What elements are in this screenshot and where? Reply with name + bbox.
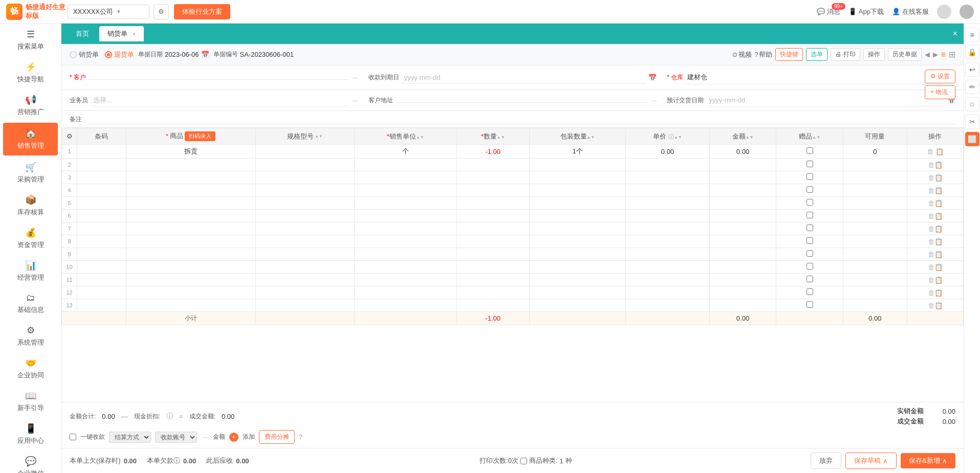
logistics-button[interactable]: + 物流: [925, 85, 955, 99]
sidebar-item-finance[interactable]: 💰 资金管理: [0, 222, 61, 255]
add-payment-btn[interactable]: +: [229, 433, 238, 442]
copy-row-1-icon[interactable]: 📋: [935, 148, 944, 155]
copy-row-icon[interactable]: 📋: [934, 263, 943, 271]
help-link[interactable]: ? 帮助: [755, 50, 773, 59]
video-link[interactable]: ⊙ 视频: [732, 50, 752, 59]
sidebar-item-basics[interactable]: 🗂 基础信息: [0, 287, 61, 320]
sidebar-item-appstore[interactable]: 📱 应用中心: [0, 418, 61, 451]
right-tool-star[interactable]: ☆: [965, 97, 979, 111]
prev-icon[interactable]: ◀: [925, 51, 930, 58]
product-kind-checkbox[interactable]: [520, 458, 527, 464]
close-all-tabs-icon[interactable]: ×: [953, 29, 957, 38]
date-calendar-icon[interactable]: 📅: [201, 51, 209, 58]
trial-button[interactable]: 体验行业方案: [174, 4, 230, 19]
right-tool-lock[interactable]: 🔒: [965, 45, 979, 59]
save-new-button[interactable]: 保存&新增 ∧: [901, 453, 955, 468]
operation-btn[interactable]: 操作: [863, 48, 885, 61]
cell-gift-1[interactable]: [776, 145, 843, 159]
delete-row-icon[interactable]: 🗑: [928, 289, 934, 297]
th-settings[interactable]: ⚙: [62, 128, 77, 145]
abandon-button[interactable]: 放弃: [811, 453, 841, 469]
scan-button[interactable]: 扫码录入: [185, 131, 215, 141]
history-btn[interactable]: 历史单据: [888, 48, 922, 61]
cell-qty-1[interactable]: -1.00: [456, 145, 529, 159]
shortcut-btn[interactable]: 快捷键: [775, 48, 803, 61]
right-tool-edit[interactable]: ✏: [965, 80, 979, 94]
right-tool-list[interactable]: ≡: [965, 28, 979, 42]
salesman-input[interactable]: [90, 94, 349, 106]
avatar[interactable]: [937, 5, 951, 19]
cell-spec-1[interactable]: [255, 145, 354, 159]
delete-row-icon[interactable]: 🗑: [928, 225, 934, 233]
radio-sales-order[interactable]: 销货单: [70, 50, 99, 59]
radio-return-order[interactable]: 退货单: [105, 50, 134, 59]
settings-icon[interactable]: ⚙: [154, 4, 169, 19]
copy-row-icon[interactable]: 📋: [934, 238, 943, 245]
cell-pkg-1[interactable]: 1个: [529, 145, 626, 159]
grid-view-icon[interactable]: ⊞: [949, 50, 955, 59]
sidebar-item-search[interactable]: ☰ 搜索菜单: [0, 24, 61, 56]
copy-row-icon[interactable]: 📋: [934, 174, 943, 182]
sidebar-item-management[interactable]: 📊 经营管理: [0, 255, 61, 287]
warehouse-value[interactable]: 建材仓: [685, 71, 946, 84]
delete-row-icon[interactable]: 🗑: [928, 199, 934, 207]
expense-help-icon[interactable]: ?: [299, 433, 302, 441]
account-dots-icon[interactable]: ···: [203, 433, 209, 441]
save-draft-button[interactable]: 保存草稿 ∧: [845, 453, 897, 469]
company-selector[interactable]: XXXXXX公司 ▼: [68, 5, 149, 19]
cell-product-1[interactable]: 拆贡: [126, 145, 255, 159]
receive-date-input[interactable]: [401, 72, 647, 84]
cell-amount-1[interactable]: 0.00: [709, 145, 776, 159]
print-btn[interactable]: 🖨 打印: [831, 48, 860, 61]
delete-row-icon[interactable]: 🗑: [928, 187, 934, 194]
copy-row-icon[interactable]: 📋: [934, 212, 943, 220]
select-btn[interactable]: 选单: [806, 48, 827, 61]
sidebar-item-system[interactable]: ⚙ 系统管理: [0, 320, 61, 352]
one-click-checkbox[interactable]: [70, 434, 76, 440]
right-tool-return[interactable]: ↩: [965, 62, 979, 77]
sidebar-item-purchase[interactable]: 🛒 采购管理: [0, 156, 61, 189]
next-icon[interactable]: ▶: [933, 51, 938, 58]
sidebar-item-guide[interactable]: 📖 新手引导: [0, 385, 61, 418]
expense-split-btn[interactable]: 费用分摊: [259, 430, 295, 444]
delete-row-icon[interactable]: 🗑: [928, 302, 934, 309]
copy-row-icon[interactable]: 📋: [934, 289, 943, 297]
copy-row-icon[interactable]: 📋: [934, 302, 943, 309]
app-download-btn[interactable]: 📱 App下载: [848, 7, 884, 16]
cell-barcode-1[interactable]: [77, 145, 126, 159]
delete-row-icon[interactable]: 🗑: [928, 238, 934, 245]
copy-row-icon[interactable]: 📋: [934, 225, 943, 233]
copy-row-icon[interactable]: 📋: [934, 276, 943, 284]
customer-input[interactable]: [88, 75, 349, 80]
addr-dots-icon[interactable]: ···: [651, 97, 657, 104]
remark-input[interactable]: [85, 114, 955, 124]
cell-price-1[interactable]: 0.00: [626, 145, 709, 159]
account-select[interactable]: 收款账号: [155, 432, 197, 443]
tab-close-icon[interactable]: ×: [133, 31, 136, 37]
copy-row-icon[interactable]: 📋: [934, 161, 943, 169]
delete-row-icon[interactable]: 🗑: [928, 251, 934, 258]
list-view-icon[interactable]: ≡: [941, 50, 946, 59]
sidebar-item-sales[interactable]: 🏠 销售管理: [3, 123, 58, 155]
tab-sales-order[interactable]: 销货单 ×: [99, 26, 144, 41]
delete-row-1-icon[interactable]: 🗑: [927, 148, 933, 155]
copy-row-icon[interactable]: 📋: [934, 199, 943, 207]
sidebar-item-enterprise[interactable]: 🤝 企业协同: [0, 352, 61, 385]
online-service-btn[interactable]: 👤 在线客服: [892, 7, 929, 16]
cell-unit-1[interactable]: 个: [354, 145, 456, 159]
sidebar-item-quick-nav[interactable]: ⚡ 快捷导航: [0, 56, 61, 89]
settings-button[interactable]: ⚙ ⚙ 设置设置: [925, 70, 955, 83]
sidebar-item-wechat[interactable]: 💬 企业微信: [0, 451, 61, 473]
tab-home[interactable]: 首页: [68, 26, 97, 41]
copy-row-icon[interactable]: 📋: [934, 251, 943, 258]
delete-row-icon[interactable]: 🗑: [928, 212, 934, 220]
method-select[interactable]: 结算方式: [109, 432, 151, 443]
sidebar-item-inventory[interactable]: 📦 库存核算: [0, 189, 61, 222]
delete-row-icon[interactable]: 🗑: [928, 174, 934, 182]
delete-row-icon[interactable]: 🗑: [928, 263, 934, 271]
right-tool-orange[interactable]: ⬜: [965, 132, 979, 146]
salesman-dots-icon[interactable]: ···: [353, 97, 358, 104]
expected-date-input[interactable]: [706, 94, 945, 106]
sidebar-item-marketing[interactable]: 📢 营销推广: [0, 89, 61, 122]
copy-row-icon[interactable]: 📋: [934, 187, 943, 194]
